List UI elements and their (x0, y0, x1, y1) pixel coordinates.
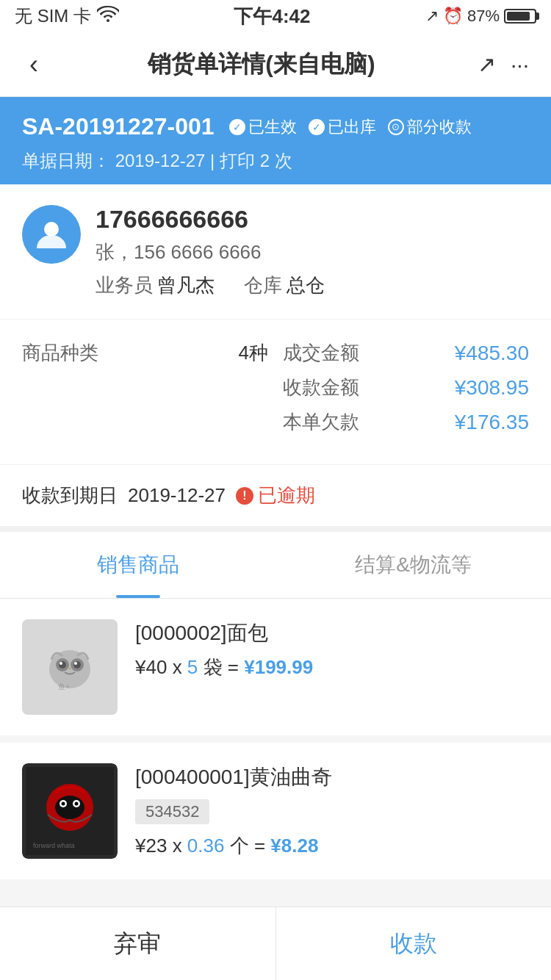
customer-avatar (22, 205, 81, 264)
svg-point-5 (73, 661, 81, 669)
customer-name-phone: 张，156 6666 6666 (96, 239, 529, 265)
carrier-text: 无 SIM 卡 (15, 4, 91, 28)
collected-row: 收款金额 ¥308.95 (283, 375, 529, 400)
overdue-badge: ! 已逾期 (236, 483, 315, 508)
amount-label: 成交金额 (283, 340, 359, 366)
share-button[interactable]: ↗ (478, 51, 496, 77)
alarm-icon: ⏰ (443, 7, 463, 26)
battery-text: 87% (467, 7, 500, 26)
product-1-qty: 5 (187, 656, 198, 678)
status-left: 无 SIM 卡 (15, 4, 119, 28)
date-label: 单据日期： (22, 151, 110, 170)
status-time: 下午4:42 (234, 4, 310, 29)
svg-point-4 (59, 661, 66, 669)
confirm-button[interactable]: 收款 (276, 907, 552, 980)
status-badge-shipped: ✓ 已出库 (309, 116, 376, 138)
arrears-label: 本单欠款 (283, 409, 359, 435)
sales-name: 曾凡杰 (157, 273, 215, 298)
customer-section: 17666666666 张，156 6666 6666 业务员 曾凡杰 仓库 总… (0, 184, 551, 320)
check-icon-2: ✓ (309, 119, 325, 135)
product-type-value: 4种 (239, 340, 268, 366)
order-date: 2019-12-27 (115, 151, 206, 170)
stats-right: 成交金额 ¥485.30 收款金额 ¥308.95 本单欠款 ¥176.35 (283, 340, 529, 444)
product-2-image: forward whata (22, 763, 118, 859)
amount-value: ¥485.30 (455, 342, 529, 365)
status-label-3: 部分收款 (407, 116, 472, 138)
product-2-thumbnail: forward whata (22, 763, 118, 859)
location-icon: ↗ (425, 7, 439, 26)
back-button[interactable]: ‹ (22, 42, 46, 87)
cancel-label: 弃审 (114, 928, 161, 960)
clock-icon: ⊙ (388, 119, 404, 135)
collected-value: ¥308.95 (455, 376, 529, 400)
stats-section: 商品种类 4种 成交金额 ¥485.30 收款金额 ¥308.95 本单欠款 ¥… (0, 320, 551, 465)
customer-info: 17666666666 张，156 6666 6666 业务员 曾凡杰 仓库 总… (96, 205, 529, 298)
tab-settlement[interactable]: 结算&物流等 (276, 532, 551, 598)
status-label-1: 已生效 (248, 116, 297, 138)
nav-bar: ‹ 销货单详情(来自电脑) ↗ ··· (0, 32, 551, 97)
status-bar: 无 SIM 卡 下午4:42 ↗ ⏰ 87% (0, 0, 551, 32)
svg-point-0 (44, 222, 59, 237)
status-badge-active: ✓ 已生效 (229, 116, 297, 138)
product-2-icon: forward whata (26, 767, 114, 855)
arrears-row: 本单欠款 ¥176.35 (283, 409, 529, 435)
customer-id: 17666666666 (96, 205, 529, 234)
product-2-price: ¥23 x 0.36 个 = ¥8.28 (135, 833, 529, 859)
status-badge-partial: ⊙ 部分收款 (388, 116, 472, 138)
svg-text:鱼+: 鱼+ (58, 682, 70, 691)
sales-label: 业务员 (96, 273, 153, 298)
tab-products-label: 销售商品 (97, 553, 179, 576)
battery-icon (504, 9, 536, 24)
status-badges: ✓ 已生效 ✓ 已出库 ⊙ 部分收款 (229, 116, 472, 138)
product-1-placeholder: 鱼+ (22, 619, 118, 715)
check-icon-1: ✓ (229, 119, 245, 135)
product-2-qty: 0.36 (187, 835, 225, 857)
warehouse-item: 仓库 总仓 (244, 273, 325, 298)
svg-point-6 (60, 662, 62, 665)
product-1-total: ¥199.99 (244, 656, 313, 678)
avatar-icon (33, 216, 70, 253)
status-label-2: 已出库 (328, 116, 376, 138)
due-section: 收款到期日 2019-12-27 ! 已逾期 (0, 465, 551, 532)
arrears-value: ¥176.35 (455, 411, 529, 434)
sales-item: 业务员 曾凡杰 (96, 273, 215, 298)
cancel-button[interactable]: 弃审 (0, 907, 276, 980)
table-row: 鱼+ [0000002]面包 ¥40 x 5 袋 = ¥199.99 (0, 599, 551, 735)
product-type-row: 商品种类 4种 (22, 340, 268, 366)
table-row: forward whata [000400001]黄油曲奇 534532 ¥23… (0, 743, 551, 879)
product-2-name: [000400001]黄油曲奇 (135, 763, 529, 791)
overdue-text: 已逾期 (258, 483, 315, 508)
confirm-label: 收款 (390, 928, 437, 960)
product-1-info: [0000002]面包 ¥40 x 5 袋 = ¥199.99 (135, 619, 529, 680)
svg-point-16 (75, 802, 79, 806)
more-button[interactable]: ··· (511, 52, 529, 77)
tab-products[interactable]: 销售商品 (0, 532, 276, 598)
wifi-icon (97, 6, 119, 26)
status-right: ↗ ⏰ 87% (425, 7, 536, 26)
nav-actions: ↗ ··· (478, 51, 529, 77)
customer-meta: 业务员 曾凡杰 仓库 总仓 (96, 273, 529, 298)
bottom-bar: 弃审 收款 (0, 907, 551, 980)
print-count: | 打印 2 次 (210, 151, 292, 170)
product-type-label: 商品种类 (22, 340, 98, 366)
product-1-thumbnail: 鱼+ (22, 619, 118, 715)
order-header-banner: SA-20191227-001 ✓ 已生效 ✓ 已出库 ⊙ 部分收款 单据日期：… (0, 97, 551, 184)
warehouse-label: 仓库 (244, 273, 282, 298)
amount-row: 成交金额 ¥485.30 (283, 340, 529, 366)
order-id: SA-20191227-001 (22, 113, 215, 140)
svg-point-7 (74, 662, 77, 665)
product-1-name: [0000002]面包 (135, 619, 529, 647)
stats-left: 商品种类 4种 (22, 340, 268, 444)
due-label: 收款到期日 (22, 483, 118, 508)
svg-point-12 (55, 796, 84, 819)
banner-row1: SA-20191227-001 ✓ 已生效 ✓ 已出库 ⊙ 部分收款 (22, 113, 529, 140)
svg-point-15 (62, 802, 65, 806)
overdue-dot-icon: ! (236, 487, 253, 505)
due-date: 2019-12-27 (128, 484, 226, 507)
collected-label: 收款金额 (283, 375, 359, 400)
product-2-total: ¥8.28 (270, 835, 318, 857)
product-2-info: [000400001]黄油曲奇 534532 ¥23 x 0.36 个 = ¥8… (135, 763, 529, 859)
banner-row2: 单据日期： 2019-12-27 | 打印 2 次 (22, 149, 529, 173)
product-2-tag: 534532 (135, 799, 209, 824)
owl-icon: 鱼+ (40, 641, 99, 693)
